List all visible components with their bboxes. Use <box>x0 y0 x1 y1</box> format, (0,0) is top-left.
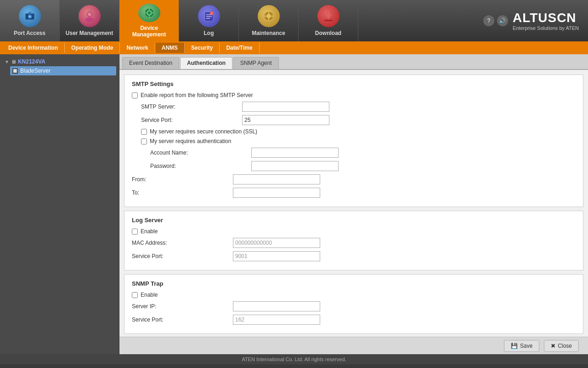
smtp-account-row: Account Name: <box>132 148 576 158</box>
smtp-password-input[interactable] <box>251 161 339 171</box>
close-button[interactable]: ✖ Close <box>544 340 579 352</box>
log-port-label: Service Port: <box>132 253 233 259</box>
smtp-password-label: Password: <box>150 163 251 169</box>
smtp-enable-checkbox[interactable] <box>132 92 138 98</box>
user-management-icon <box>79 5 101 27</box>
svg-rect-28 <box>324 20 333 21</box>
smtp-from-label: From: <box>132 176 233 183</box>
tab-snmp-agent[interactable]: SNMP Agent <box>233 57 278 69</box>
smtp-port-input[interactable] <box>242 115 329 125</box>
help-icon[interactable]: ? <box>483 15 494 26</box>
snmp-trap-section: SNMP Trap Enable Server IP: Service Port… <box>124 274 583 334</box>
close-label: Close <box>558 343 572 349</box>
tree-root-item[interactable]: ▼ 🖥 KN2124VA <box>3 57 116 66</box>
nav-user-management-label: User Management <box>66 30 113 36</box>
subnav-datetime[interactable]: Date/Time <box>220 43 259 53</box>
smtp-ssl-checkbox[interactable] <box>141 129 147 135</box>
snmp-server-ip-input[interactable] <box>233 301 320 311</box>
svg-rect-12 <box>145 12 147 13</box>
save-icon: 💾 <box>511 343 518 349</box>
svg-rect-27 <box>328 12 329 17</box>
snmp-port-row: Service Port: <box>132 315 576 325</box>
log-mac-row: MAC Address: <box>132 238 576 248</box>
snmp-server-ip-label: Server IP: <box>132 303 233 310</box>
smtp-ssl-row: My server requires secure connection (SS… <box>132 128 576 135</box>
smtp-auth-checkbox[interactable] <box>141 138 147 144</box>
smtp-auth-label: My server requires authentication <box>150 138 231 144</box>
device-management-icon <box>138 4 160 22</box>
close-icon: ✖ <box>551 343 555 349</box>
nav-download[interactable]: Download <box>299 0 358 41</box>
smtp-settings-section: SMTP Settings Enable report from the fol… <box>124 75 583 207</box>
subnav-network[interactable]: Network <box>120 43 155 53</box>
snmp-port-input[interactable] <box>233 315 320 325</box>
subnav-security[interactable]: Security <box>185 43 220 53</box>
smtp-server-label: SMTP Server: <box>141 104 242 110</box>
log-enable-checkbox[interactable] <box>132 229 138 235</box>
sidebar: ▼ 🖥 KN2124VA 🔲 BladeServer <box>0 54 119 354</box>
subnav-anms[interactable]: ANMS <box>155 43 185 53</box>
smtp-account-label: Account Name: <box>150 150 251 156</box>
nav-download-label: Download <box>315 30 341 36</box>
tab-event-destination[interactable]: Event Destination <box>122 57 179 69</box>
tree-child-icon: 🔲 <box>12 68 18 74</box>
log-port-input[interactable] <box>233 251 320 261</box>
nav-port-access-label: Port Access <box>14 30 45 36</box>
tree-child-item[interactable]: 🔲 BladeServer <box>10 66 116 75</box>
status-bar: ATEN International Co. Ltd. All rights r… <box>0 354 588 364</box>
save-button[interactable]: 💾 Save <box>504 340 539 352</box>
status-text: ATEN International Co. Ltd. All rights r… <box>242 356 346 362</box>
snmp-enable-checkbox[interactable] <box>132 292 138 298</box>
svg-text:!: ! <box>211 12 212 15</box>
nav-user-management[interactable]: User Management <box>60 0 119 41</box>
snmp-trap-title: SNMP Trap <box>132 280 576 287</box>
smtp-server-input[interactable] <box>242 102 329 112</box>
brand-tagline: Enterprise Solutions by ATEN <box>513 25 579 31</box>
snmp-port-label: Service Port: <box>132 316 233 323</box>
smtp-password-row: Password: <box>132 161 576 171</box>
logo-area: ? 🔊 ALTUSCN Enterprise Solutions by ATEN <box>483 0 588 41</box>
smtp-from-input[interactable] <box>233 174 320 184</box>
smtp-to-label: To: <box>132 190 233 196</box>
nav-device-management[interactable]: Device Management <box>119 0 179 41</box>
log-mac-label: MAC Address: <box>132 240 233 246</box>
tree-expand-icon: ▼ <box>5 59 9 64</box>
nav-device-management-label: Device Management <box>123 25 175 38</box>
nav-maintenance[interactable]: Maintenance <box>239 0 299 41</box>
log-icon: ! <box>198 5 220 27</box>
svg-rect-16 <box>206 16 212 17</box>
smtp-enable-row: Enable report from the following SMTP Se… <box>132 92 576 98</box>
svg-rect-23 <box>268 18 269 21</box>
smtp-port-row: Service Port: <box>132 115 576 125</box>
nav-port-access[interactable]: Port Access <box>0 0 60 41</box>
smtp-account-input[interactable] <box>251 148 339 158</box>
svg-rect-10 <box>149 8 150 10</box>
svg-point-5 <box>85 17 94 22</box>
tab-bar: Event Destination Authentication SNMP Ag… <box>119 54 588 70</box>
log-server-title: Log Server <box>132 217 576 224</box>
snmp-enable-row: Enable <box>132 292 576 298</box>
log-mac-input[interactable] <box>233 238 320 248</box>
scroll-area[interactable]: SMTP Settings Enable report from the fol… <box>119 70 588 337</box>
content-panel: Event Destination Authentication SNMP Ag… <box>119 54 588 354</box>
log-port-row: Service Port: <box>132 251 576 261</box>
smtp-to-row: To: <box>132 188 576 198</box>
subnav-operating-mode[interactable]: Operating Mode <box>65 43 120 53</box>
speaker-icon[interactable]: 🔊 <box>497 15 508 26</box>
main-area: ▼ 🖥 KN2124VA 🔲 BladeServer Event Destina… <box>0 54 588 354</box>
svg-rect-22 <box>268 12 269 14</box>
subnav-device-information[interactable]: Device Information <box>2 43 65 53</box>
nav-log[interactable]: ! Log <box>179 0 239 41</box>
sub-navigation: Device Information Operating Mode Networ… <box>0 41 588 54</box>
tree-root-label: KN2124VA <box>18 58 45 65</box>
svg-rect-13 <box>152 12 154 13</box>
log-enable-label: Enable <box>141 228 158 235</box>
smtp-to-input[interactable] <box>233 188 320 198</box>
svg-rect-24 <box>264 16 266 17</box>
save-label: Save <box>520 343 532 349</box>
brand-logo: ALTUSCN Enterprise Solutions by ATEN <box>513 11 579 31</box>
tab-authentication[interactable]: Authentication <box>180 57 232 69</box>
maintenance-icon <box>258 5 280 27</box>
snmp-enable-label: Enable <box>141 292 158 298</box>
svg-point-21 <box>266 14 271 18</box>
